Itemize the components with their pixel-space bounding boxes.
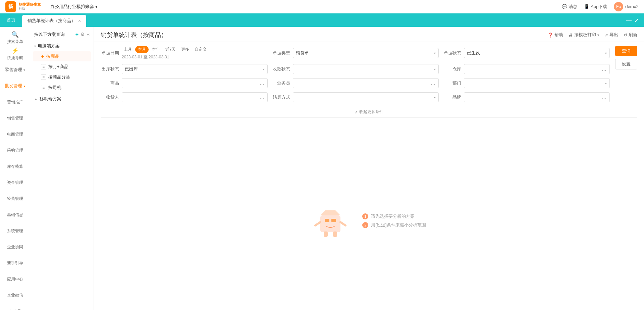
help-button[interactable]: ❓ 帮助 [548,32,563,38]
department-control[interactable]: ▾ [464,78,610,88]
svg-rect-2 [331,219,336,222]
print-button[interactable]: 🖨 按模板打印 ▾ [569,32,599,38]
collapse-panel-button[interactable]: « [87,32,90,38]
settings-button[interactable]: 设置 [615,59,637,69]
main-layout: 🔍 搜索菜单 ⚡ 快捷导航 零售管理 ▾ 批发管理 ▴ 营销推广 销售管理 电商… [0,27,644,310]
date-btn-7days[interactable]: 近7天 [163,46,178,53]
mobile-scheme-header[interactable]: ► 移动端方案 [30,94,94,104]
tab-home[interactable]: 首页 [0,13,22,27]
sidebar-item-marketing[interactable]: 营销推广 [0,94,30,110]
sidebar-item-app-center[interactable]: 应用中心 [0,271,30,287]
filter-row-3: 商品 … 业务员 … [101,78,610,88]
sidebar-item-system[interactable]: 系统管理 [0,223,30,239]
recipient-field: 收货人 … [101,92,268,102]
date-btn-this-month[interactable]: 本月 [135,46,149,53]
scheme-item-by-category[interactable]: ≡ 按商品分类 [33,72,91,82]
add-scheme-button[interactable]: + [75,32,78,38]
top-header: 畅 畅捷通好生意 标版 办公用品行业模拟账套 ▾ 💬 消息 📱 App下载 Ea… [0,0,644,13]
scheme-item-by-clerk[interactable]: ≡ 按司机 [33,83,91,93]
warehouse-control[interactable]: … [464,64,610,74]
doc-status-label: 单据状态 [443,50,461,56]
brand-name: 畅捷通好生意 [19,2,41,7]
filter-row-2: 出库状态 已出库 ▾ 收款状态 [101,64,610,74]
salesperson-label: 业务员 [272,80,290,86]
brand-label: 品牌 [443,94,461,100]
product-control[interactable]: … [122,78,268,88]
maximize-button[interactable]: ⤢ [634,17,639,23]
app-download-button[interactable]: 📱 App下载 [584,4,607,10]
help-icon: ❓ [548,33,553,38]
date-btn-more[interactable]: 更多 [179,46,191,53]
date-btn-last-month[interactable]: 上月 [122,46,134,53]
sidebar-item-beginner[interactable]: 新手引导 [0,255,30,271]
sidebar-item-ecommerce[interactable]: 电商管理 [0,126,30,142]
salesperson-dots-icon: … [431,81,436,86]
sidebar-item-sales[interactable]: 销售管理 [0,110,30,126]
payment-method-control[interactable]: ▾ [293,92,439,102]
payment-method-label: 结算方式 [272,94,290,100]
sidebar-item-basic-info[interactable]: 基础信息 [0,207,30,223]
page-title: 销货单统计表（按商品） [101,31,167,39]
sidebar-item-retail[interactable]: 零售管理 ▾ [0,62,30,78]
industry-arrow-icon: ▾ [95,4,98,9]
brand-dots-icon: … [602,95,607,100]
date-btn-custom[interactable]: 自定义 [193,46,209,53]
filter-actions: 查询 设置 [615,46,637,69]
salesperson-control[interactable]: … [293,78,439,88]
sidebar-item-enterprise-wechat[interactable]: 企业微信 [0,287,30,303]
doc-type-arrow-icon: ▾ [434,51,436,55]
receipt-status-control[interactable]: ▾ [293,64,439,74]
recipient-dots-icon: … [260,95,265,100]
product-label: 商品 [101,80,119,86]
out-status-field: 出库状态 已出库 ▾ [101,64,268,74]
doc-status-control[interactable]: 已生效 ▾ [464,48,610,58]
sidebar-item-inventory[interactable]: 库存核算 [0,158,30,174]
export-button[interactable]: ↗ 导出 [604,32,618,38]
svg-line-3 [315,222,320,225]
svg-rect-1 [325,219,329,222]
tab-active[interactable]: 销货单统计表（按商品） × [22,15,86,27]
user-name: demo2 [625,4,639,9]
settings-scheme-button[interactable]: ⚙ [80,32,85,38]
message-icon: 💬 [562,4,567,9]
tip-num-1: 1 [362,213,368,219]
sidebar-item-search-menu[interactable]: 🔍 搜索菜单 [0,30,30,46]
search-menu-icon: 🔍 [11,31,19,38]
empty-tip-1: 1 请先选择要分析的方案 [362,213,426,219]
sidebar-item-finance[interactable]: 资金管理 [0,174,30,191]
sidebar-item-operation[interactable]: 经营管理 [0,191,30,207]
collapse-bar[interactable]: ∧ 收起更多条件 [101,106,637,118]
date-btn-this-year[interactable]: 本年 [150,46,162,53]
pc-scheme-header[interactable]: ▾ 电脑端方案 [30,41,94,51]
brand-field: 品牌 … [443,92,610,102]
print-icon: 🖨 [569,33,573,38]
message-button[interactable]: 💬 消息 [562,4,577,10]
department-label: 部门 [443,80,461,86]
minimize-button[interactable]: — [626,17,632,23]
scheme-item-by-month-product[interactable]: ≡ 按月+商品 [33,62,91,72]
recipient-control[interactable]: … [122,92,268,102]
query-button[interactable]: 查询 [615,46,637,56]
left-panel: 按以下方案查询 + ⚙ « ▾ 电脑端方案 ● 按商品 ≡ [30,27,94,310]
doc-type-control[interactable]: 销货单 ▾ [293,48,439,58]
industry-selector[interactable]: 办公用品行业模拟账套 ▾ [50,4,98,10]
sidebar-item-purchase[interactable]: 采购管理 [0,142,30,158]
sidebar-item-enterprise[interactable]: 企业协同 [0,239,30,255]
svg-rect-6 [333,231,337,237]
payment-method-field: 结算方式 ▾ [272,92,439,102]
mobile-scheme-group: ► 移动端方案 [30,94,94,104]
brand-control[interactable]: … [464,92,610,102]
left-panel-title: 按以下方案查询 [34,32,65,38]
doc-status-arrow-icon: ▾ [605,51,607,55]
tab-bar-right: — ⤢ [626,17,644,23]
out-status-control[interactable]: 已出库 ▾ [122,64,268,74]
sidebar-item-member[interactable]: 畅会员 [0,303,30,310]
sidebar-item-quick-nav[interactable]: ⚡ 快捷导航 [0,46,30,62]
tab-close-button[interactable]: × [78,18,81,23]
collapse-icon: ∧ [355,110,358,114]
user-profile[interactable]: Ea demo2 [614,2,639,11]
sidebar-item-wholesale[interactable]: 批发管理 ▴ [0,78,30,94]
scheme-item-by-product[interactable]: ● 按商品 [33,51,91,61]
refresh-button[interactable]: ↺ 刷新 [624,32,637,38]
mobile-scheme-arrow: ► [34,97,38,101]
